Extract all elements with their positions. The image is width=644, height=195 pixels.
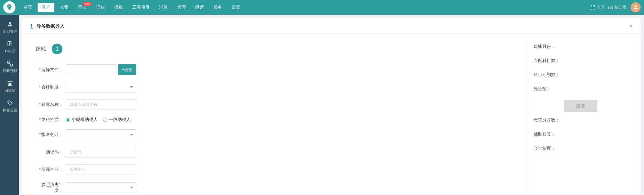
form-row-history-year: 参照历史年度： [36,182,506,194]
radio-general-input[interactable] [103,118,107,122]
info-account-system-label: 会计制度： [534,145,567,151]
nav-item-tax[interactable]: 报税 [110,3,127,12]
accountant-select[interactable] [66,129,136,140]
tax-type-label: *纳税性质： [36,117,66,123]
info-voucher-entries-label: 凭证分录数： [534,117,567,123]
svg-point-6 [8,102,9,103]
form-section: 建账 1 *选择文件： +浏览 [36,44,527,195]
info-auxiliary-label: 辅助核算： [534,131,567,137]
company-input[interactable] [66,164,136,175]
form-row-file: *选择文件： +浏览 [36,64,506,75]
company-label: *所属企业： [36,167,66,173]
nav-item-settings[interactable]: 设置 [228,3,244,12]
nav-logo[interactable] [3,1,15,13]
info-row-match-subject: 匹配科目数： [534,58,627,64]
form-row-company: *所属企业： [36,164,506,175]
sidebar-item-trash[interactable]: 回收站 [0,77,19,96]
layout: 全部客户 0申报 账套迁移 回收站 标签设置 导爷数据导入 × [0,0,644,195]
form-row-ledger-name: *账簿名称： [36,99,506,110]
assistant-code-label: 助记码： [36,149,66,155]
info-row-initial-balance: 科目期初数： [534,72,627,78]
sidebar-item-declare[interactable]: 0申报 [0,38,19,56]
sidebar: 全部客户 0申报 账套迁移 回收站 标签设置 [0,15,19,195]
form-row-assistant-code: 助记码： [36,147,506,157]
info-row-account-system: 会计制度： [534,145,627,151]
assistant-code-input[interactable] [66,147,136,157]
import-icon [29,24,34,29]
nav-item-bookkeeping[interactable]: 记账 [92,3,109,12]
browse-button[interactable]: +浏览 [118,64,136,75]
history-year-control [66,182,136,193]
nav-item-home[interactable]: 首页 [19,3,36,12]
form-row-account-system: *会计制度： [36,82,506,92]
dialog-header: 导爷数据导入 × [22,18,641,34]
radio-small-input[interactable] [66,118,70,122]
ledger-name-control [66,99,136,110]
top-nav: 首页 客户 收费 票据 new 记账 报税 工商项目 消息 管理 经营 服务 设… [0,0,644,15]
create-account-button[interactable]: 建账 [564,100,597,112]
info-row-voucher-entries: 凭证分录数： [534,117,627,123]
nav-item-fee[interactable]: 收费 [56,3,72,12]
step-label: 建账 [36,46,46,53]
new-badge: new [83,2,91,6]
form-row-tax-type: *纳税性质： 小规模纳税人 一般纳税人 [36,117,506,123]
info-row-month: 建账月份： [534,44,627,50]
ledger-name-label: *账簿名称： [36,102,66,108]
history-year-label: 参照历史年度： [36,182,66,194]
nav-right: 全屏 畅会员 [590,2,641,12]
nav-item-invoice[interactable]: 票据 new [74,3,91,12]
nav-item-operation[interactable]: 经营 [191,3,208,12]
account-system-control [66,82,136,92]
svg-point-1 [635,5,637,7]
tax-type-control: 小规模纳税人 一般纳税人 [66,117,136,123]
ledger-name-input[interactable] [66,99,136,110]
info-match-label: 匹配科目数： [534,58,567,64]
avatar[interactable] [631,2,641,12]
nav-item-manage[interactable]: 管理 [173,3,190,12]
form-row-accountant: *指派会计： [36,129,506,140]
file-label: *选择文件： [36,67,66,73]
nav-item-service[interactable]: 服务 [209,3,226,12]
main-content: 导爷数据导入 × 建账 1 *选择文件： [19,15,644,195]
info-voucher-label: 凭证数： [534,86,567,92]
account-system-select[interactable] [66,82,136,92]
nav-item-message[interactable]: 消息 [155,3,172,12]
accountant-label: *指派会计： [36,132,66,138]
accountant-control [66,129,136,140]
radio-small-taxpayer[interactable]: 小规模纳税人 [66,117,98,123]
radio-general-taxpayer[interactable]: 一般纳税人 [103,117,131,123]
sidebar-item-migrate[interactable]: 账套迁移 [0,58,19,76]
info-month-label: 建账月份： [534,44,567,50]
account-system-label: *会计制度： [36,84,66,90]
fullscreen-btn[interactable]: 全屏 [590,5,604,10]
create-btn-container: 建账 [534,100,627,112]
file-input[interactable] [66,64,116,75]
sidebar-item-tags[interactable]: 标签设置 [0,97,19,116]
dialog-title: 导爷数据导入 [29,23,64,29]
svg-rect-4 [7,61,10,64]
info-row-voucher: 凭证数： [534,86,627,92]
nav-items: 首页 客户 收费 票据 new 记账 报税 工商项目 消息 管理 经营 服务 设… [19,3,590,12]
sidebar-item-all-customers[interactable]: 全部客户 [0,18,19,37]
info-section: 建账月份： 匹配科目数： 科目期初数： 凭证数： [527,44,627,195]
nav-item-customer[interactable]: 客户 [38,3,54,12]
member-btn[interactable]: 畅会员 [608,5,627,10]
info-row-auxiliary: 辅助核算： [534,131,627,137]
company-control [66,164,136,175]
svg-rect-5 [10,64,12,66]
info-initial-label: 科目期初数： [534,72,567,78]
nav-item-business[interactable]: 工商项目 [128,3,154,12]
step-circle: 1 [52,44,62,54]
dialog-close-button[interactable]: × [628,23,634,30]
history-year-select[interactable] [66,182,136,193]
dialog-body: 建账 1 *选择文件： +浏览 [22,34,641,195]
dialog: 导爷数据导入 × 建账 1 *选择文件： [22,18,641,195]
svg-point-2 [9,22,11,24]
step-indicator: 建账 1 [36,44,506,54]
assistant-code-control [66,147,136,157]
file-input-group: +浏览 [66,64,136,75]
